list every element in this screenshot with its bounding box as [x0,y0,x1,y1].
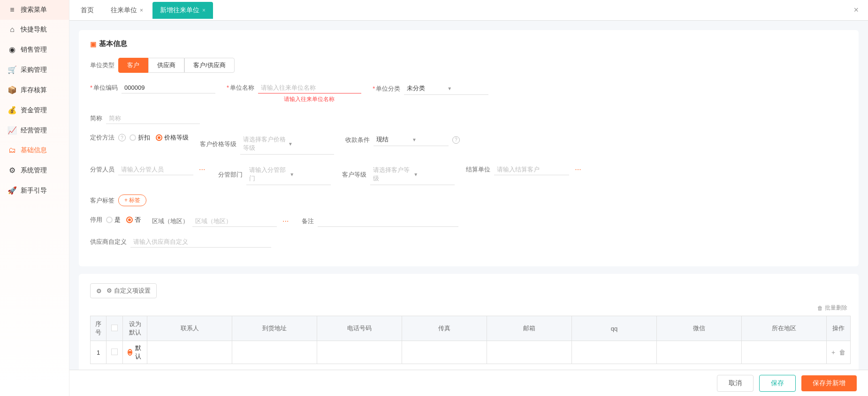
email-input[interactable] [492,347,567,358]
pricing-radio-group: 折扣 价格等级 [129,133,189,142]
row-default-radio[interactable]: 默认 [128,344,142,361]
sidebar-item-quicknav[interactable]: ⌂ 快捷导航 [0,20,69,39]
short-name-label: 简称 [90,114,102,123]
pricing-help-icon[interactable]: ? [118,134,126,141]
sidebar-item-purchase[interactable]: 🛒 采购管理 [0,60,69,80]
row-wechat[interactable] [657,341,742,364]
row-contact[interactable] [147,341,232,364]
sidebar: ≡ 搜索菜单 ⌂ 快捷导航 ◉ 销售管理 🛒 采购管理 📦 库存核算 💰 资金管… [0,0,69,396]
close-all-button[interactable]: × [848,5,864,15]
table-head: 序号 设为默认 联系人 到货地址 电话号码 传真 邮箱 qq 微信 所在地区 [91,316,851,341]
short-name-input[interactable] [106,113,200,124]
customer-level-select[interactable]: 请选择客户等级 ▼ [370,164,455,185]
payment-terms-select[interactable]: 现结 ▼ [373,133,449,146]
col-region: 所在地区 [742,316,827,341]
delete-row-button[interactable]: 🗑 [839,349,845,356]
pricing-discount-option[interactable]: 折扣 [129,133,150,142]
col-fax: 传真 [402,316,487,341]
unit-btn-both[interactable]: 客户/供应商 [184,58,235,73]
sidebar-item-inventory[interactable]: 📦 库存核算 [0,80,69,100]
custom-settings-button[interactable]: ⚙ ⚙ 自定义项设置 [90,283,157,298]
bottom-bar: 取消 保存 保存并新增 [69,370,868,396]
region-field: 区域（地区） ··· [152,216,290,227]
region-label: 区域（地区） [152,217,189,225]
department-select[interactable]: 请输入分管部门 ▼ [246,164,331,185]
tab-home[interactable]: 首页 [73,2,101,19]
pricing-level-option[interactable]: 价格等级 [156,133,189,142]
row-region[interactable] [742,341,827,364]
settlement-unit-input[interactable] [494,164,569,175]
row-qq[interactable] [572,341,657,364]
save-button[interactable]: 保存 [759,375,796,392]
row-default-dot-circle[interactable] [128,349,132,356]
tab-contacts-close[interactable]: × [140,7,143,14]
fax-input[interactable] [407,347,482,358]
save-new-button[interactable]: 保存并新增 [801,375,857,391]
unit-btn-customer[interactable]: 客户 [118,58,148,73]
category-arrow-icon: ▼ [447,86,486,91]
remark-input[interactable] [318,216,458,227]
customer-tag-label: 客户标签 [90,196,114,205]
add-tag-button[interactable]: + 标签 [118,194,146,206]
sidebar-item-system[interactable]: ⚙ 系统管理 [0,160,69,180]
wechat-input[interactable] [662,347,737,358]
tab-bar: 首页 往来单位 × 新增往来单位 × × [69,0,868,21]
inventory-icon: 📦 [8,85,17,94]
add-row-button[interactable]: + [831,349,835,356]
sidebar-item-guide[interactable]: 🚀 新手引导 [0,180,69,201]
payment-terms-help-icon[interactable]: ? [452,136,460,144]
code-name-category-row: *单位编码 *单位名称 请输入往来单位名称 *单位分类 [90,82,847,103]
row-phone[interactable] [317,341,402,364]
tab-new-contact[interactable]: 新增往来单位 × [152,2,213,19]
cancel-button[interactable]: 取消 [717,375,754,392]
header-checkbox[interactable] [111,325,118,331]
unit-category-select[interactable]: 未分类 ▼ [404,82,488,95]
home-icon: ⌂ [8,25,17,34]
table-body: 1 默认 [91,341,851,364]
tab-new-contact-close[interactable]: × [202,7,206,14]
customer-price-level-select[interactable]: 请选择客户价格等级 ▼ [240,133,334,155]
disabled-region-row: 停用 是 否 [90,216,847,227]
manager-more-button[interactable]: ··· [197,165,207,174]
address-input[interactable] [237,347,312,358]
disabled-yes-radio[interactable] [106,217,113,223]
settlement-more-button[interactable]: ··· [573,165,583,174]
qq-input[interactable] [577,347,652,358]
disabled-yes-option[interactable]: 是 [106,216,121,224]
row-checkbox[interactable] [111,349,118,355]
sidebar-item-search[interactable]: ≡ 搜索菜单 [0,0,69,20]
col-index: 序号 [91,316,107,341]
unit-name-input[interactable] [258,82,361,93]
search-icon: ≡ [8,6,17,14]
unit-btn-supplier[interactable]: 供应商 [148,58,184,73]
sidebar-item-sales[interactable]: ◉ 销售管理 [0,39,69,60]
col-action: 操作 [827,316,851,341]
contact-input[interactable] [152,347,227,358]
batch-delete-button[interactable]: 🗑 批量删除 [817,304,847,312]
row-email[interactable] [487,341,572,364]
sales-icon: ◉ [8,45,17,54]
supplier-custom-input[interactable] [130,236,271,248]
disabled-no-option[interactable]: 否 [126,216,141,224]
tab-contacts[interactable]: 往来单位 × [103,2,151,19]
sidebar-item-finance[interactable]: 💰 资金管理 [0,100,69,120]
department-label: 分管部门 [218,171,243,179]
unit-type-label: 单位类型 [90,61,114,70]
row-address[interactable] [232,341,317,364]
shortname-row: 简称 [90,113,847,124]
pricing-discount-radio[interactable] [129,134,136,141]
pricing-level-radio[interactable] [156,134,162,141]
system-icon: ⚙ [8,166,17,175]
disabled-no-radio[interactable] [126,217,133,223]
unit-code-input[interactable] [122,82,215,93]
region-input[interactable] [192,216,277,227]
manager-input[interactable] [118,164,193,175]
row-region-input[interactable] [746,347,822,358]
sidebar-item-operation[interactable]: 📈 经营管理 [0,120,69,140]
row-fax[interactable] [402,341,487,364]
unit-category-field: *单位分类 未分类 ▼ [373,82,488,95]
settlement-unit-label: 结算单位 [466,165,490,174]
region-more-button[interactable]: ··· [281,217,290,225]
phone-input[interactable] [322,347,397,358]
sidebar-item-basic[interactable]: 🗂 基础信息 [0,140,69,160]
